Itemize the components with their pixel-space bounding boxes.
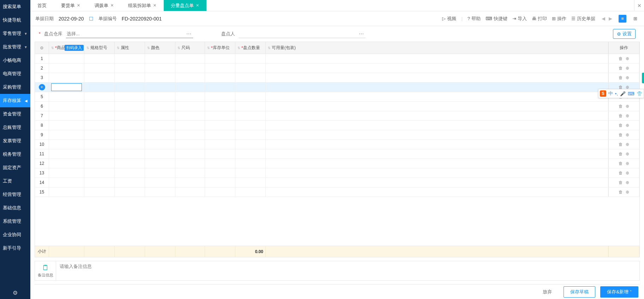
cell[interactable]: [115, 168, 145, 178]
cell[interactable]: [235, 102, 266, 111]
table-row[interactable]: 1🗑⊕: [35, 54, 639, 64]
sidebar-item-5[interactable]: 电商管理: [0, 67, 30, 80]
cell[interactable]: [175, 130, 205, 139]
cell[interactable]: [205, 102, 235, 111]
tab-3[interactable]: 组装拆卸单✕: [121, 0, 164, 11]
cell[interactable]: [84, 130, 115, 139]
cell[interactable]: [205, 121, 235, 130]
delete-row-icon[interactable]: 🗑: [619, 104, 623, 109]
product-cell-input[interactable]: [51, 83, 82, 91]
delete-row-icon[interactable]: 🗑: [619, 113, 623, 118]
cell[interactable]: [49, 111, 84, 120]
cell[interactable]: [266, 178, 608, 187]
table-row[interactable]: 11🗑⊕: [35, 149, 639, 159]
cell[interactable]: [205, 54, 235, 63]
copy-row-icon[interactable]: ⊕: [626, 171, 629, 175]
cell[interactable]: [266, 168, 608, 178]
cell[interactable]: [175, 111, 205, 120]
cell[interactable]: [266, 73, 608, 82]
cell[interactable]: [115, 73, 145, 82]
cell[interactable]: [266, 64, 608, 73]
cell[interactable]: [145, 178, 175, 187]
close-icon[interactable]: ✕: [196, 3, 199, 8]
cell[interactable]: [266, 159, 608, 168]
cell[interactable]: [175, 168, 205, 178]
cell[interactable]: [49, 83, 84, 92]
cell[interactable]: [235, 140, 266, 149]
cell[interactable]: [205, 168, 235, 178]
video-link[interactable]: ▷视频: [442, 16, 456, 22]
cell[interactable]: [175, 159, 205, 168]
right-edge-tab[interactable]: [642, 73, 644, 83]
close-icon[interactable]: ✕: [110, 3, 114, 8]
cell[interactable]: [266, 111, 608, 120]
table-row[interactable]: 3🗑⊕: [35, 73, 639, 83]
copy-row-icon[interactable]: ⊕: [626, 180, 629, 185]
delete-row-icon[interactable]: 🗑: [619, 161, 623, 166]
header-gear[interactable]: ⚙: [35, 42, 49, 54]
cell[interactable]: [266, 102, 608, 111]
sidebar-item-9[interactable]: 总账管理: [0, 121, 30, 134]
col-qty[interactable]: ⇅*盘点数量: [235, 42, 266, 54]
ime-mic-icon[interactable]: 🎤: [620, 91, 626, 96]
delete-row-icon[interactable]: 🗑: [619, 180, 623, 185]
table-row[interactable]: 9🗑⊕: [35, 130, 639, 140]
cell[interactable]: [175, 140, 205, 149]
save-new-button[interactable]: 保存&新增˄: [600, 286, 638, 298]
col-attr[interactable]: ⇅属性: [115, 42, 145, 54]
copy-row-icon[interactable]: ⊕: [626, 142, 629, 147]
sidebar-item-15[interactable]: 基础信息: [0, 201, 30, 215]
cell[interactable]: [84, 168, 115, 178]
copy-row-icon[interactable]: ⊕: [626, 66, 629, 71]
cell[interactable]: [235, 92, 266, 101]
tab-2[interactable]: 调拨单✕: [88, 0, 121, 11]
cell[interactable]: [266, 54, 608, 63]
sidebar-item-12[interactable]: 固定资产: [0, 161, 30, 174]
cell[interactable]: [175, 64, 205, 73]
tab-1[interactable]: 要货单✕: [54, 0, 88, 11]
cell[interactable]: [235, 64, 266, 73]
cell[interactable]: [235, 54, 266, 63]
cell[interactable]: [175, 102, 205, 111]
cell[interactable]: [84, 102, 115, 111]
cell[interactable]: [84, 149, 115, 159]
cell[interactable]: [145, 92, 175, 101]
cell[interactable]: [145, 83, 175, 92]
cell[interactable]: [235, 83, 266, 92]
table-row[interactable]: 14🗑⊕: [35, 178, 639, 187]
cell[interactable]: [175, 121, 205, 130]
hotkey-link[interactable]: ⌨快捷键: [486, 16, 507, 22]
cell[interactable]: [115, 121, 145, 130]
cell[interactable]: [115, 102, 145, 111]
cell[interactable]: [175, 54, 205, 63]
col-spec[interactable]: ⇅规格型号: [84, 42, 115, 54]
close-icon[interactable]: ✕: [153, 3, 156, 8]
cell[interactable]: [115, 159, 145, 168]
cell[interactable]: [115, 54, 145, 63]
cell[interactable]: [49, 92, 84, 101]
ime-lang[interactable]: 中: [608, 90, 613, 97]
scan-badge[interactable]: 扫码录入: [65, 45, 84, 51]
cell[interactable]: [205, 178, 235, 187]
cell[interactable]: [115, 187, 145, 197]
nav-next-icon[interactable]: ▶: [607, 15, 614, 22]
sidebar-item-8[interactable]: 资金管理: [0, 107, 30, 121]
cell[interactable]: [235, 187, 266, 197]
delete-row-icon[interactable]: 🗑: [619, 171, 623, 175]
cell[interactable]: [175, 149, 205, 159]
cell[interactable]: [205, 187, 235, 197]
cell[interactable]: [205, 111, 235, 120]
table-row[interactable]: 13🗑⊕: [35, 168, 639, 178]
col-avail[interactable]: ⇅可用量(包装): [266, 42, 608, 54]
cell[interactable]: [175, 92, 205, 101]
cell[interactable]: [49, 54, 84, 63]
cell[interactable]: [115, 178, 145, 187]
cell[interactable]: [145, 149, 175, 159]
table-row[interactable]: 12🗑⊕: [35, 159, 639, 168]
cell[interactable]: [205, 64, 235, 73]
sidebar-item-0[interactable]: 搜索菜单: [0, 0, 30, 13]
cell[interactable]: [115, 92, 145, 101]
print-link[interactable]: 🖶打印: [532, 16, 547, 22]
add-row-icon[interactable]: +: [39, 84, 45, 90]
cell[interactable]: [84, 64, 115, 73]
